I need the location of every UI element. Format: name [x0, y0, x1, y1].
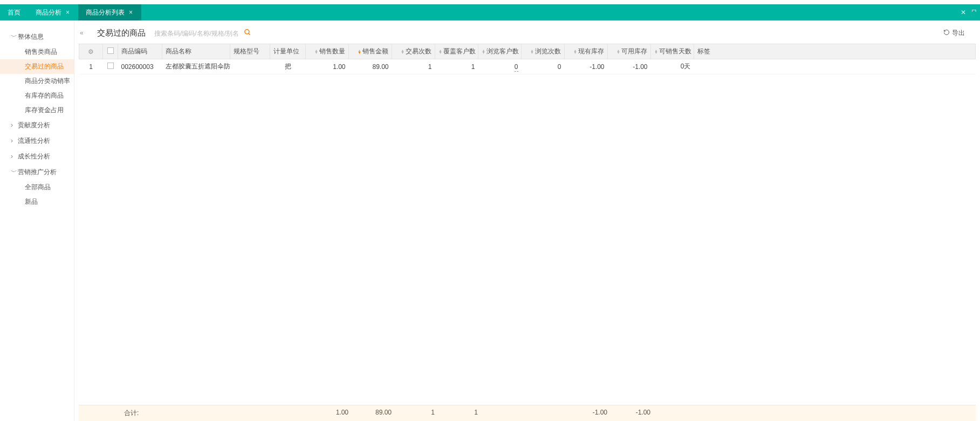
cell-customers: 1: [435, 59, 478, 74]
cell-code: 002600003: [118, 59, 162, 74]
footer-browse-cnt: [524, 408, 567, 419]
cell-sell-days: 0天: [651, 59, 694, 74]
col-spec[interactable]: 规格型号: [230, 44, 270, 59]
sort-icon[interactable]: ▲▼: [530, 50, 534, 54]
sort-icon[interactable]: ▲▼: [438, 50, 442, 54]
cell-spec: [230, 59, 270, 74]
search-input[interactable]: [154, 30, 241, 37]
sidebar-item-stock-capital[interactable]: 库存资金占用: [0, 103, 74, 118]
tab-bar: 首页 商品分析 × 商品分析列表 × ✕ ⌜⌝: [0, 4, 980, 20]
col-tags[interactable]: 标签: [694, 44, 976, 59]
col-browse-cnt[interactable]: ▲▼浏览次数: [522, 44, 565, 59]
window-controls: ✕ ⌜⌝: [961, 4, 979, 20]
cell-browse-cnt: 0: [522, 59, 565, 74]
sidebar-group-label: 整体信息: [18, 33, 44, 40]
sidebar-group-growth[interactable]: › 成长性分析: [0, 149, 74, 164]
col-deals[interactable]: ▲▼交易次数: [392, 44, 435, 59]
tab-analysis-list[interactable]: 商品分析列表 ×: [78, 4, 141, 20]
chevron-right-icon: ›: [11, 153, 16, 160]
footer-customers: 1: [438, 408, 481, 419]
sidebar-item-all-products[interactable]: 全部商品: [0, 180, 74, 195]
footer-browse-cust: [481, 408, 524, 419]
col-stock[interactable]: ▲▼现有库存: [565, 44, 608, 59]
export-label: 导出: [952, 29, 965, 38]
chevron-right-icon: ›: [11, 121, 16, 129]
sidebar-item-sales-products[interactable]: 销售类商品: [0, 45, 74, 59]
table-header-row: ⚙ 商品编码 商品名称 规格型号 计量单位 ▲▼销售数量 ▲▼销售金额 ▲▼交易…: [79, 44, 976, 59]
sidebar-group-label: 成长性分析: [18, 153, 50, 160]
col-amount[interactable]: ▲▼销售金额: [349, 44, 392, 59]
col-browse-cust[interactable]: ▲▼浏览客户数: [478, 44, 522, 59]
export-button[interactable]: 导出: [943, 29, 965, 38]
col-qty[interactable]: ▲▼销售数量: [306, 44, 349, 59]
close-icon[interactable]: ✕: [961, 9, 966, 16]
main-panel: « 交易过的商品 导出: [74, 20, 980, 421]
title-bar: 交易过的商品 导出: [79, 25, 976, 44]
search-box: [154, 29, 251, 38]
col-sell-days[interactable]: ▲▼可销售天数: [651, 44, 694, 59]
sidebar-item-category-rate[interactable]: 商品分类动销率: [0, 74, 74, 88]
sidebar-group-circulation[interactable]: › 流通性分析: [0, 133, 74, 149]
cell-browse-cust[interactable]: 0: [478, 59, 522, 74]
cell-tags: [694, 59, 976, 74]
svg-line-1: [249, 33, 250, 35]
col-gear[interactable]: ⚙: [79, 44, 103, 59]
sidebar-group-label: 营销推广分析: [18, 168, 57, 176]
refresh-icon: [943, 29, 950, 37]
cell-stock: -1.00: [565, 59, 608, 74]
search-icon[interactable]: [244, 29, 251, 38]
col-code[interactable]: 商品编码: [118, 44, 162, 59]
sidebar-item-in-stock[interactable]: 有库存的商品: [0, 88, 74, 103]
sidebar-group-label: 贡献度分析: [18, 121, 50, 129]
footer-deals: 1: [395, 408, 438, 419]
col-avail[interactable]: ▲▼可用库存: [608, 44, 651, 59]
select-all-checkbox[interactable]: [107, 47, 114, 54]
sort-icon[interactable]: ▲▼: [616, 50, 620, 54]
col-customers[interactable]: ▲▼覆盖客户数: [435, 44, 478, 59]
sidebar-group-label: 流通性分析: [18, 137, 50, 144]
sidebar-item-traded-products[interactable]: 交易过的商品: [0, 59, 74, 74]
table-footer-total: 合计: 1.00 89.00 1 1 -1.00 -1.00: [79, 405, 976, 421]
collapse-sidebar-icon[interactable]: «: [80, 29, 84, 37]
tab-label: 首页: [8, 8, 20, 17]
cell-deals: 1: [392, 59, 435, 74]
gear-icon[interactable]: ⚙: [88, 48, 94, 56]
cell-unit: 把: [270, 59, 306, 74]
cell-name: 左都胶囊五折遮阳伞防晒伞，: [162, 59, 230, 74]
cell-amount: 89.00: [349, 59, 392, 74]
tab-analysis[interactable]: 商品分析 ×: [28, 4, 78, 20]
svg-point-0: [245, 30, 249, 34]
tab-label: 商品分析: [36, 8, 61, 17]
cell-avail: -1.00: [608, 59, 651, 74]
chevron-down-icon: ﹀: [11, 168, 16, 177]
footer-qty: 1.00: [309, 408, 352, 419]
footer-label: 合计:: [121, 408, 165, 419]
col-select[interactable]: [103, 44, 118, 59]
fullscreen-icon[interactable]: ⌜⌝: [971, 9, 976, 16]
row-index: 1: [79, 59, 103, 74]
table-row[interactable]: 1 002600003 左都胶囊五折遮阳伞防晒伞， 把 1.00 89.00 1…: [79, 59, 976, 74]
sidebar-group-contribution[interactable]: › 贡献度分析: [0, 118, 74, 133]
row-select[interactable]: [103, 59, 118, 74]
close-icon[interactable]: ×: [128, 9, 134, 16]
tab-home[interactable]: 首页: [0, 4, 28, 20]
sidebar-item-new-products[interactable]: 新品: [0, 195, 74, 209]
footer-avail: -1.00: [611, 408, 654, 419]
sort-icon[interactable]: ▲▼: [314, 50, 318, 54]
chevron-right-icon: ›: [11, 137, 16, 144]
col-name[interactable]: 商品名称: [162, 44, 230, 59]
page-title: 交易过的商品: [97, 28, 146, 38]
sidebar-group-marketing[interactable]: ﹀ 营销推广分析: [0, 164, 74, 180]
sort-icon[interactable]: ▲▼: [654, 50, 658, 54]
chevron-down-icon: ﹀: [11, 32, 16, 42]
col-unit[interactable]: 计量单位: [270, 44, 306, 59]
sidebar: ﹀ 整体信息 销售类商品 交易过的商品 商品分类动销率 有库存的商品 库存资金占…: [0, 20, 74, 421]
sort-icon[interactable]: ▲▼: [573, 50, 577, 54]
row-checkbox[interactable]: [107, 63, 114, 69]
sidebar-group-overall[interactable]: ﹀ 整体信息: [0, 29, 74, 45]
data-table: ⚙ 商品编码 商品名称 规格型号 计量单位 ▲▼销售数量 ▲▼销售金额 ▲▼交易…: [79, 44, 976, 421]
sort-icon[interactable]: ▲▼: [401, 50, 405, 54]
sort-icon[interactable]: ▲▼: [358, 50, 361, 54]
sort-icon[interactable]: ▲▼: [482, 50, 485, 54]
close-icon[interactable]: ×: [65, 9, 71, 16]
